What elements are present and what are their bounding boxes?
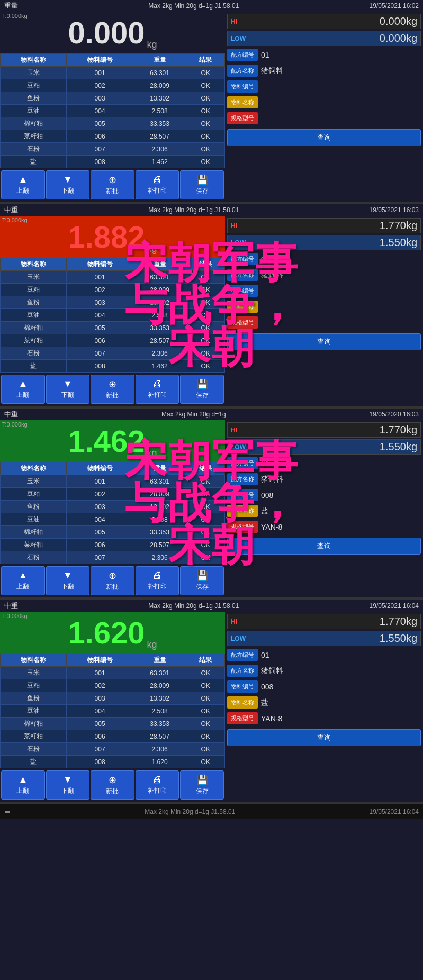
table-cell: 005 [67, 718, 133, 730]
action-btn-上翻[interactable]: ▲上翻 [1, 375, 45, 404]
info-label-btn[interactable]: 物料编号 [227, 285, 258, 297]
query-button[interactable]: 查询 [227, 129, 421, 146]
table-cell: 2.306 [133, 551, 186, 564]
table-cell: 棉籽粕 [1, 117, 67, 130]
action-btn-保存[interactable]: 💾保存 [180, 375, 224, 404]
query-button[interactable]: 查询 [227, 333, 421, 350]
hi-value: 0.000kg [380, 15, 417, 28]
info-label-btn[interactable]: 配方名称 [227, 473, 258, 485]
table-cell: OK [186, 667, 225, 679]
info-label-btn[interactable]: 配方编号 [227, 253, 258, 265]
info-row-物料名称: 物料名称 [227, 96, 421, 108]
info-label-btn[interactable]: 物料名称 [227, 505, 258, 517]
action-btn-补打印[interactable]: 🖨补打印 [136, 375, 179, 404]
table-cell: 2.306 [133, 743, 186, 756]
info-label-btn[interactable]: 物料名称 [227, 696, 258, 709]
action-btn-保存[interactable]: 💾保存 [180, 170, 224, 199]
table-row: 豆粕00228.009OK [1, 79, 225, 92]
button-icon: ⊕ [109, 774, 116, 786]
hi-display-row: HI0.000kg [227, 14, 421, 29]
action-btn-下翻[interactable]: ▼下翻 [46, 170, 90, 199]
table-row: 豆油0042.508OK [1, 105, 225, 117]
action-btn-保存[interactable]: 💾保存 [180, 566, 224, 595]
info-label-btn[interactable]: 规格型号 [227, 712, 258, 724]
info-label-btn[interactable]: 物料编号 [227, 80, 258, 93]
info-label-btn[interactable]: 配方编号 [227, 49, 258, 61]
table-cell: OK [186, 156, 225, 168]
action-btn-上翻[interactable]: ▲上翻 [1, 770, 45, 800]
button-label: 新批 [106, 187, 119, 196]
table-row: 菜籽粕00628.507OK [1, 730, 225, 743]
table-header: 物料编号 [67, 654, 133, 667]
table-cell: OK [186, 692, 225, 705]
info-label-btn[interactable]: 规格型号 [227, 112, 258, 124]
bottom-nav-left: ⬅ [4, 807, 11, 816]
table-cell: 005 [67, 117, 133, 130]
query-button[interactable]: 查询 [227, 729, 421, 746]
info-label-btn[interactable]: 配方名称 [227, 269, 258, 281]
action-btn-下翻[interactable]: ▼下翻 [46, 770, 90, 800]
info-label-btn[interactable]: 配方名称 [227, 65, 258, 77]
info-label-btn[interactable]: 规格型号 [227, 316, 258, 329]
hi-value: 1.770kg [380, 615, 417, 628]
hi-label: HI [231, 427, 237, 434]
action-btn-新批[interactable]: ⊕新批 [91, 566, 134, 595]
action-btn-补打印[interactable]: 🖨补打印 [136, 170, 179, 199]
weight-value: 1.462 [68, 423, 145, 459]
action-btn-补打印[interactable]: 🖨补打印 [136, 566, 179, 595]
action-btn-下翻[interactable]: ▼下翻 [46, 566, 90, 595]
info-label-btn[interactable]: 配方编号 [227, 649, 258, 661]
info-value: 盐 [261, 506, 268, 516]
low-value: 0.000kg [380, 32, 417, 44]
hi-value: 1.770kg [380, 220, 417, 232]
info-label-btn[interactable]: 配方名称 [227, 665, 258, 677]
action-btn-下翻[interactable]: ▼下翻 [46, 375, 90, 404]
weight-unit: kg [147, 39, 157, 50]
action-btn-新批[interactable]: ⊕新批 [91, 770, 134, 800]
table-cell: 007 [67, 551, 133, 564]
info-label-btn[interactable]: 规格型号 [227, 521, 258, 533]
table-cell: 28.009 [133, 79, 186, 92]
table-cell: 石粉 [1, 347, 67, 360]
info-value: 猪饲料 [261, 475, 283, 484]
table-cell: 33.353 [133, 718, 186, 730]
status-right: 19/05/2020 16:03 [370, 411, 419, 418]
action-btn-保存[interactable]: 💾保存 [180, 770, 224, 800]
table-row: 鱼粉00313.302OK [1, 296, 225, 309]
action-bar: ▲上翻▼下翻⊕新批🖨补打印💾保存 [0, 373, 225, 406]
table-cell: 石粉 [1, 743, 67, 756]
low-label: LOW [231, 443, 246, 451]
info-value: YAN-8 [261, 714, 282, 723]
status-right: 19/05/2021 16:04 [370, 602, 419, 610]
info-label-btn[interactable]: 物料名称 [227, 96, 258, 108]
button-label: 补打印 [148, 786, 167, 795]
action-btn-补打印[interactable]: 🖨补打印 [136, 770, 179, 800]
table-row: 豆粕00228.009OK [1, 679, 225, 692]
low-display-row: LOW1.550kg [227, 235, 421, 250]
action-btn-新批[interactable]: ⊕新批 [91, 170, 134, 199]
main-area: T:0.000kg1.882kg物料名称物料编号重量结果玉米00163.301O… [0, 216, 423, 406]
table-row: 石粉0072.306OK [1, 143, 225, 156]
table-cell: OK [186, 117, 225, 130]
action-btn-上翻[interactable]: ▲上翻 [1, 566, 45, 595]
table-cell: OK [186, 756, 225, 768]
hi-value: 1.770kg [380, 424, 417, 436]
hi-display-row: HI1.770kg [227, 422, 421, 438]
table-cell: 008 [67, 360, 133, 373]
info-label-btn[interactable]: 配方编号 [227, 457, 258, 469]
info-row-配方名称: 配方名称猪饲料 [227, 473, 421, 485]
table-cell: 28.507 [133, 730, 186, 743]
table-cell: 004 [67, 309, 133, 322]
info-label-btn[interactable]: 物料编号 [227, 680, 258, 693]
info-row-物料名称: 物料名称 [227, 301, 421, 313]
action-btn-新批[interactable]: ⊕新批 [91, 375, 134, 404]
action-btn-上翻[interactable]: ▲上翻 [1, 170, 45, 199]
table-header: 物料名称 [1, 54, 67, 67]
info-label-btn[interactable]: 物料编号 [227, 489, 258, 501]
table-cell: 棉籽粕 [1, 526, 67, 539]
table-row: 鱼粉00313.302OK [1, 92, 225, 105]
query-button[interactable]: 查询 [227, 538, 421, 555]
info-label-btn[interactable]: 物料名称 [227, 301, 258, 313]
button-label: 下翻 [61, 582, 74, 591]
table-cell: OK [186, 488, 225, 501]
